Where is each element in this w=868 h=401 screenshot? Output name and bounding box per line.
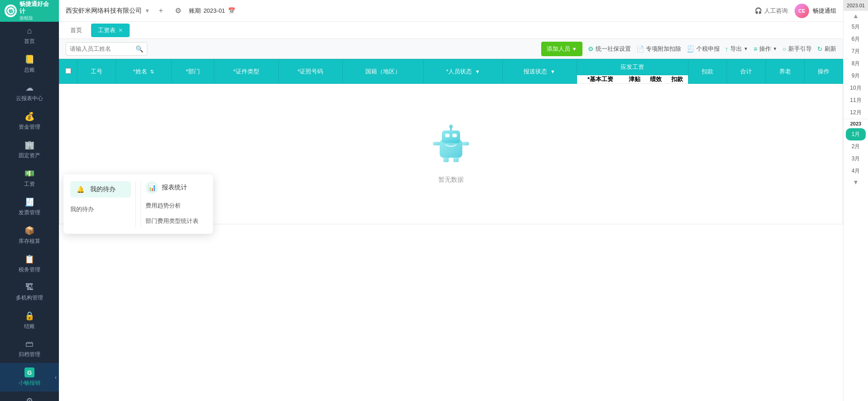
svg-point-7	[449, 125, 453, 128]
sidebar-item-invoice[interactable]: 🧾 发票管理	[0, 193, 59, 221]
time-month-nov[interactable]: 11月	[844, 94, 868, 106]
time-month-oct[interactable]: 10月	[844, 82, 868, 94]
name-sort-icon[interactable]: ⇅	[150, 69, 154, 74]
top-header: 西安虾米网络科技有限公司 ▼ ＋ ⚙ 账期 2023-01 📅 🎧 人工咨询 C…	[59, 0, 843, 22]
time-month-mar[interactable]: 3月	[844, 153, 868, 165]
company-selector[interactable]: 西安虾米网络科技有限公司 ▼	[66, 7, 150, 15]
time-month-jul[interactable]: 7月	[844, 45, 868, 58]
sidebar-item-settings[interactable]: ⚙ 基础设置	[0, 391, 59, 401]
th-cert-no: *证照号码	[278, 59, 342, 84]
time-up-button[interactable]: ▲	[844, 11, 868, 21]
th-cert-type: *证件类型	[214, 59, 278, 84]
th-checkbox[interactable]	[59, 59, 78, 84]
time-month-aug[interactable]: 8月	[844, 58, 868, 70]
operations-action[interactable]: ≡ 操作 ▼	[753, 45, 777, 53]
app-name: 畅捷通好会计	[19, 0, 54, 14]
time-month-jun[interactable]: 6月	[844, 33, 868, 45]
sidebar-item-cloud-report[interactable]: ☁ 云报表中心	[0, 78, 59, 107]
popup-menu: 🔔 我的待办 我的待办 📊 报表统计 费用趋势分析 部门费用类型统计表	[63, 174, 213, 234]
export-icon: ↑	[725, 45, 728, 53]
tab-salary-label: 工资表	[98, 26, 116, 34]
multi-org-icon: 🏗	[25, 283, 34, 292]
operations-label: 操作	[759, 45, 771, 53]
time-month-apr[interactable]: 4月	[844, 165, 868, 177]
app-logo: 畅 畅捷通好会计 旗舰版	[0, 0, 59, 22]
report-section-icon: 📊	[145, 181, 158, 194]
popup-left-col: 🔔 我的待办 我的待办	[70, 181, 131, 227]
popup-right-header: 📊 报表统计	[145, 181, 206, 194]
time-month-dec[interactable]: 12月	[844, 106, 868, 119]
search-wrap: 🔍	[66, 42, 147, 56]
tab-home[interactable]: 首页	[63, 24, 89, 37]
add-person-dropdown-icon: ▼	[572, 46, 577, 52]
sidebar-item-ledger[interactable]: 📒 总账	[0, 50, 59, 78]
sidebar-label-fund: 资金管理	[19, 123, 40, 131]
special-deduction-action[interactable]: 📄 专项附加扣除	[636, 45, 681, 53]
svg-rect-8	[443, 157, 449, 162]
time-panel-header: 2023.01	[844, 0, 868, 11]
sidebar-label-multi: 多机构管理	[16, 294, 43, 302]
sidebar-item-archive[interactable]: 🗃 归档管理	[0, 335, 59, 363]
period-display: 账期 2023-01 📅	[189, 7, 235, 15]
time-year-2023: 2023	[844, 119, 868, 128]
sidebar-item-fund[interactable]: 💰 资金管理	[0, 107, 59, 135]
th-report-status: 报送状态 ▼	[502, 59, 577, 84]
svg-rect-9	[453, 157, 459, 162]
dept-expense-item[interactable]: 部门费用类型统计表	[145, 215, 206, 227]
sidebar-item-home[interactable]: ⌂ 首页	[0, 22, 59, 50]
sidebar-item-xiaochang[interactable]: G 小畅报销 ‹	[0, 363, 59, 391]
social-security-action[interactable]: ⚙ 统一社保设置	[588, 45, 631, 53]
toolbar-right: 添加人员 ▼ ⚙ 统一社保设置 📄 专项附加扣除 🧾 个税申报 ↑ 导出 ▼ ≡	[541, 42, 836, 56]
customer-service[interactable]: 🎧 人工咨询	[755, 7, 788, 15]
th-person-status: *人员状态 ▼	[424, 59, 502, 84]
popup-right-col: 📊 报表统计 费用趋势分析 部门费用类型统计表	[141, 181, 206, 227]
report-section-title: 报表统计	[162, 184, 187, 192]
tab-salary-table[interactable]: 工资表 ✕	[91, 24, 130, 37]
th-dept: *部门	[171, 59, 214, 84]
avatar-text: CE	[798, 8, 805, 14]
time-month-sep[interactable]: 9月	[844, 70, 868, 82]
sidebar-item-inventory[interactable]: 📦 库存核算	[0, 221, 59, 250]
user-profile[interactable]: CE 畅捷通组	[795, 4, 836, 18]
new-guide-action[interactable]: ○ 新手引导	[783, 45, 812, 53]
th-country: 国籍（地区）	[343, 59, 424, 84]
personal-tax-label: 个税申报	[696, 45, 720, 53]
operations-icon: ≡	[753, 45, 757, 53]
search-icon: 🔍	[136, 45, 143, 53]
time-down-button[interactable]: ▼	[844, 177, 868, 187]
refresh-action[interactable]: ↻ 刷新	[817, 45, 836, 53]
todo-section-icon: 🔔	[74, 183, 87, 196]
svg-rect-10	[433, 142, 440, 145]
new-guide-icon: ○	[783, 45, 786, 53]
avatar: CE	[795, 4, 809, 18]
time-month-feb[interactable]: 2月	[844, 140, 868, 153]
personal-tax-icon: 🧾	[687, 45, 694, 53]
sidebar-label-tax: 税务管理	[19, 266, 40, 274]
sidebar-item-fixed-assets[interactable]: 🏢 固定资产	[0, 135, 59, 164]
th-deduction: 扣款	[667, 75, 689, 84]
expense-trend-item[interactable]: 费用趋势分析	[145, 200, 206, 212]
settings-button[interactable]: ⚙	[172, 5, 184, 17]
add-person-label: 添加人员	[547, 45, 570, 53]
header-right: 🎧 人工咨询 CE 畅捷通组	[755, 4, 836, 18]
export-action[interactable]: ↑ 导出 ▼	[725, 45, 748, 53]
personal-tax-action[interactable]: 🧾 个税申报	[687, 45, 720, 53]
tab-close-icon[interactable]: ✕	[118, 27, 123, 34]
time-month-may[interactable]: 5月	[844, 21, 868, 33]
time-panel: 2023.01 ▲ 5月 6月 7月 8月 9月 10月 11月 12月 202…	[843, 0, 868, 401]
sidebar-label-cloud: 云报表中心	[16, 95, 43, 102]
sidebar-item-close[interactable]: 🔒 结账	[0, 306, 59, 335]
th-operations: 操作	[804, 59, 843, 84]
sidebar-item-multi-org[interactable]: 🏗 多机构管理	[0, 278, 59, 306]
add-person-button[interactable]: 添加人员 ▼	[541, 42, 582, 56]
select-all-checkbox[interactable]	[65, 68, 71, 74]
person-status-filter-icon[interactable]: ▼	[475, 69, 480, 74]
time-month-jan-active[interactable]: 1月	[846, 128, 866, 140]
my-todo-item[interactable]: 我的待办	[70, 203, 131, 215]
search-input[interactable]	[70, 45, 133, 52]
sidebar-item-salary[interactable]: 💵 工资	[0, 164, 59, 193]
service-label: 人工咨询	[764, 7, 788, 15]
add-company-button[interactable]: ＋	[155, 5, 167, 17]
sidebar-item-tax[interactable]: 📋 税务管理	[0, 250, 59, 278]
report-status-filter-icon[interactable]: ▼	[550, 69, 555, 74]
